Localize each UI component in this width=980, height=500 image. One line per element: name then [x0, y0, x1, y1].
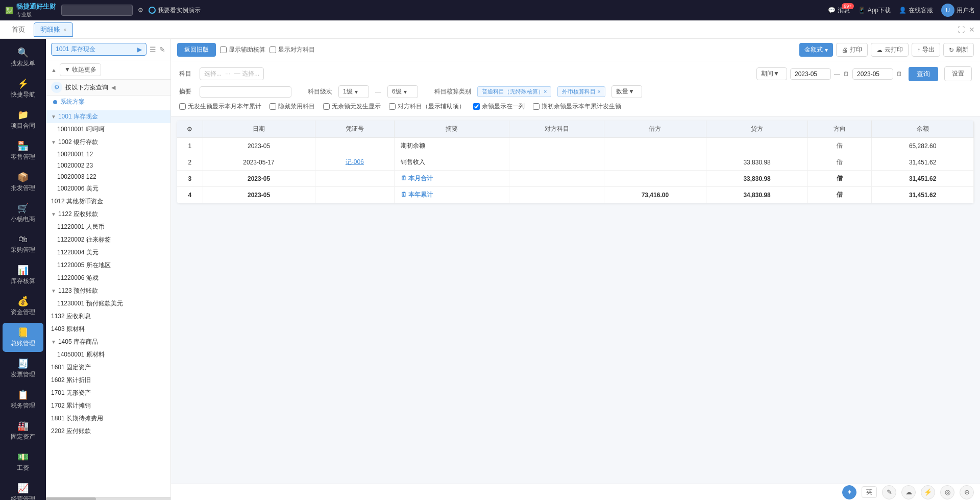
check-year-begin[interactable]: 期初余额显示本年累计发生额 [533, 102, 621, 111]
col-debit[interactable]: 借方 [604, 121, 706, 138]
sidebar-item-capital[interactable]: 💰 资金管理 [3, 292, 43, 321]
tree-item-10020002[interactable]: 10020002 23 [46, 160, 170, 171]
summary-input[interactable] [200, 86, 291, 98]
edit-icon[interactable]: ✎ [159, 45, 165, 54]
sidebar-item-wholesale[interactable]: 📦 批发管理 [3, 168, 43, 197]
quantity-select[interactable]: 数量▼ [611, 85, 642, 98]
tree-item-11220001[interactable]: 11220001 人民币 [46, 221, 170, 233]
tree-item-1602[interactable]: 1602 累计折旧 [46, 374, 170, 387]
checkbox-hide-disabled[interactable] [270, 103, 276, 110]
sidebar-item-ecommerce[interactable]: 🛒 小畅电商 [3, 199, 43, 228]
tab-detail[interactable]: 明细账 × [34, 22, 73, 37]
check-balance-one-col[interactable]: 余额显示在一列 [473, 102, 525, 111]
tree-item-1701[interactable]: 1701 无形资产 [46, 387, 170, 399]
tree-item-10020003[interactable]: 10020003 122 [46, 171, 170, 182]
user-avatar-btn[interactable]: U 用户名 [941, 4, 975, 17]
tree-item-10020001[interactable]: 10020001 12 [46, 149, 170, 160]
subject-input[interactable]: 选择... ··· — 选择... [200, 67, 264, 80]
period-start-input[interactable] [790, 68, 831, 80]
show-contra-checkbox[interactable] [270, 46, 276, 53]
col-contra[interactable]: 对方科目 [509, 121, 604, 138]
checkbox-no-occurrence[interactable] [179, 103, 186, 110]
sidebar-item-accounting[interactable]: 📒 总账管理 [3, 323, 43, 352]
tree-item-1403[interactable]: 1403 原材料 [46, 323, 170, 336]
tree-item-11220004[interactable]: 11220004 美元 [46, 246, 170, 259]
sidebar-item-shortcut[interactable]: ⚡ 快捷导航 [3, 74, 43, 103]
sidebar-item-search[interactable]: 🔍 搜索菜单 [3, 43, 43, 72]
period-end-input[interactable] [852, 68, 893, 80]
tree-item-11220006[interactable]: 11220006 游戏 [46, 272, 170, 284]
period-type-select[interactable]: 期间▼ [756, 67, 787, 80]
circle-bottom-btn[interactable]: ◎ [940, 485, 954, 499]
col-gear[interactable]: ⚙ [177, 121, 203, 138]
show-contra-check[interactable]: 显示对方科目 [270, 45, 315, 54]
sidebar-item-tax[interactable]: 📋 税务管理 [3, 385, 43, 414]
col-credit[interactable]: 贷方 [706, 121, 808, 138]
maximize-icon[interactable]: ⛶ [958, 26, 965, 34]
tree-item-11220002[interactable]: 11220002 往来标签 [46, 233, 170, 246]
demo-link[interactable]: 我要看实例演示 [149, 6, 201, 15]
sidebar-item-fixed-assets[interactable]: 🏭 固定资产 [3, 416, 43, 445]
tag-normal-subject[interactable]: 普通科目（无特殊核算）× [477, 86, 551, 97]
row2-voucher[interactable]: 记-006 [315, 154, 394, 171]
col-summary[interactable]: 摘要 [395, 121, 509, 138]
show-aux-calc-check[interactable]: 显示辅助核算 [220, 45, 265, 54]
system-scheme-item[interactable]: 系统方案 [46, 96, 170, 108]
check-hide-disabled[interactable]: 隐藏禁用科目 [270, 102, 315, 111]
col-date[interactable]: 日期 [203, 121, 315, 138]
tab-home[interactable]: 首页 [5, 22, 32, 37]
amount-format-btn[interactable]: 金额式 ▾ [799, 43, 833, 57]
level-start-select[interactable]: 1级 ▾ [338, 85, 369, 98]
close-icon[interactable]: ✕ [969, 26, 975, 34]
tag-foreign-currency[interactable]: 外币核算科目 × [557, 86, 605, 97]
tab-detail-close[interactable]: × [63, 27, 66, 33]
tree-item-11220005[interactable]: 11220005 所在地区 [46, 259, 170, 272]
language-btn[interactable]: 英 [862, 486, 877, 498]
tree-item-1123[interactable]: ▼ 1123 预付账款 [46, 284, 170, 297]
collapse-panel-icon[interactable]: ◀ [111, 84, 115, 91]
tree-item-1001[interactable]: ▼ 1001 库存现金 [46, 110, 170, 123]
top-search-input[interactable] [61, 5, 133, 16]
list-icon[interactable]: ☰ [150, 45, 156, 54]
tree-item-1702[interactable]: 1702 累计摊销 [46, 399, 170, 412]
cloud-print-btn[interactable]: ☁ 云打印 [871, 43, 909, 57]
assistant-btn[interactable]: ✦ [842, 485, 856, 499]
subject-tag[interactable]: 1001 库存现金 ▶ [51, 43, 146, 56]
tree-item-14050001[interactable]: 14050001 原材料 [46, 348, 170, 361]
tree-item-1122[interactable]: ▼ 1122 应收账款 [46, 208, 170, 221]
plus-bottom-btn[interactable]: ⊕ [960, 485, 974, 499]
print-btn[interactable]: 🖨 打印 [836, 43, 868, 57]
checkbox-year-begin[interactable] [533, 103, 540, 110]
expand-more-btn[interactable]: ▼ 收起更多 [60, 63, 101, 76]
messages-btn[interactable]: 💬 消息 99+ [828, 6, 850, 15]
sidebar-item-management[interactable]: 📈 经营管理 [3, 479, 43, 500]
tree-item-2202[interactable]: 2202 应付账款 [46, 425, 170, 438]
tree-item-1132[interactable]: 1132 应收利息 [46, 310, 170, 323]
lightning-bottom-btn[interactable]: ⚡ [921, 485, 935, 499]
tree-item-11230001[interactable]: 11230001 预付账款美元 [46, 297, 170, 310]
check-show-contra[interactable]: 对方科目（显示辅助项） [389, 102, 465, 111]
tree-item-10010001[interactable]: 10010001 呵呵呵 [46, 123, 170, 136]
tree-item-1405[interactable]: ▼ 1405 库存商品 [46, 336, 170, 348]
checkbox-show-contra[interactable] [389, 103, 396, 110]
check-no-occurrence[interactable]: 无发生额显示本月本年累计 [179, 102, 261, 111]
scheme-settings-icon[interactable]: ⚙ [51, 82, 62, 93]
refresh-btn[interactable]: ↻ 刷新 [943, 43, 974, 57]
level-end-select[interactable]: 6级 ▾ [387, 85, 418, 98]
sidebar-item-purchase[interactable]: 🛍 采购管理 [3, 230, 43, 258]
checkbox-no-balance[interactable] [323, 103, 330, 110]
check-no-balance[interactable]: 无余额无发生显示 [323, 102, 381, 111]
col-voucher[interactable]: 凭证号 [315, 121, 394, 138]
tree-item-1012[interactable]: 1012 其他货币资金 [46, 195, 170, 208]
export-btn[interactable]: ↑ 导出 [912, 43, 940, 57]
settings-btn[interactable]: 设置 [944, 66, 972, 81]
col-balance[interactable]: 余额 [872, 121, 974, 138]
checkbox-balance-one-col[interactable] [473, 103, 480, 110]
sidebar-item-retail[interactable]: 🏪 零售管理 [3, 136, 43, 165]
return-old-btn[interactable]: 返回旧版 [177, 43, 216, 57]
app-download-btn[interactable]: 📱 App下载 [858, 6, 891, 15]
sidebar-item-project[interactable]: 📁 项目合同 [3, 105, 43, 134]
tree-item-10020006[interactable]: 10020006 美元 [46, 182, 170, 195]
tree-item-1002[interactable]: ▼ 1002 银行存款 [46, 136, 170, 149]
online-service-btn[interactable]: 👤 在线客服 [899, 6, 933, 15]
